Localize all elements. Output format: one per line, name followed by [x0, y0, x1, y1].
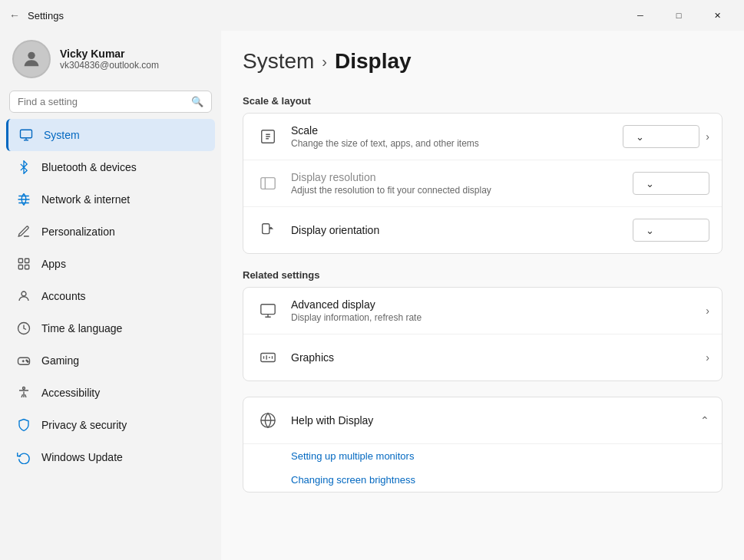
search-icon: 🔍	[191, 96, 203, 107]
breadcrumb-separator: ›	[322, 53, 327, 71]
graphics-right: ›	[706, 351, 709, 364]
sidebar-item-network[interactable]: Network & internet	[6, 183, 215, 216]
help-display-header[interactable]: Help with Display ⌃	[243, 397, 722, 444]
app-body: Vicky Kumar vk304836@outlook.com 🔍 Syste…	[0, 31, 744, 560]
title-bar-left: ← Settings	[9, 9, 64, 21]
sidebar-item-label-bluetooth: Bluetooth & devices	[41, 161, 137, 173]
accounts-icon	[15, 288, 32, 305]
graphics-text: Graphics	[291, 351, 695, 364]
resolution-dropdown[interactable]: ⌄	[633, 172, 709, 195]
orientation-item[interactable]: Display orientation ⌄	[243, 207, 722, 253]
update-icon	[15, 449, 32, 466]
svg-rect-1	[21, 130, 32, 138]
svg-rect-7	[25, 265, 29, 269]
apps-icon	[15, 255, 32, 272]
scale-layout-group: Scale Change the size of text, apps, and…	[243, 113, 723, 254]
resolution-item[interactable]: Display resolution Adjust the resolution…	[243, 160, 722, 207]
help-display-group: Help with Display ⌃ Setting up multiple …	[243, 397, 723, 492]
sidebar-item-label-privacy: Privacy & security	[41, 419, 127, 431]
graphics-item[interactable]: Graphics ›	[243, 334, 722, 380]
sidebar-item-gaming[interactable]: Gaming	[6, 344, 215, 377]
time-icon	[15, 320, 32, 337]
help-link-brightness[interactable]: Changing screen brightness	[243, 468, 722, 492]
help-link-monitors[interactable]: Setting up multiple monitors	[243, 444, 722, 468]
scale-right: ⌄ ›	[623, 125, 709, 148]
sidebar-item-label-accounts: Accounts	[41, 290, 86, 302]
sidebar-item-label-update: Windows Update	[41, 451, 123, 463]
resolution-icon	[256, 171, 280, 196]
personalization-icon	[15, 223, 32, 240]
sidebar-item-personalization[interactable]: Personalization	[6, 216, 215, 248]
related-settings-group: Advanced display Display information, re…	[243, 287, 723, 381]
sidebar-item-privacy[interactable]: Privacy & security	[6, 409, 215, 441]
advanced-display-right: ›	[706, 305, 709, 317]
scale-dropdown[interactable]: ⌄	[623, 125, 699, 148]
scale-item[interactable]: Scale Change the size of text, apps, and…	[243, 114, 722, 160]
related-settings-label: Related settings	[243, 269, 723, 281]
orientation-dropdown[interactable]: ⌄	[633, 219, 709, 242]
app-title: Settings	[28, 10, 64, 21]
breadcrumb-parent: System	[243, 49, 314, 74]
maximize-button[interactable]: □	[661, 3, 696, 28]
svg-rect-5	[25, 259, 29, 262]
orientation-text: Display orientation	[291, 224, 622, 236]
orientation-title: Display orientation	[291, 224, 622, 236]
sidebar-item-update[interactable]: Windows Update	[6, 441, 215, 473]
user-email: vk304836@outlook.com	[60, 60, 159, 71]
scale-desc: Change the size of text, apps, and other…	[291, 138, 612, 149]
svg-rect-24	[261, 354, 275, 362]
scale-text: Scale Change the size of text, apps, and…	[291, 124, 612, 149]
svg-rect-19	[263, 224, 269, 234]
svg-point-15	[23, 387, 25, 390]
help-display-chevron-up: ⌃	[700, 414, 709, 427]
user-info: Vicky Kumar vk304836@outlook.com	[60, 48, 159, 71]
orientation-right: ⌄	[633, 219, 709, 242]
user-profile[interactable]: Vicky Kumar vk304836@outlook.com	[6, 31, 215, 91]
advanced-display-chevron: ›	[706, 305, 709, 317]
svg-point-0	[28, 52, 35, 59]
search-input[interactable]	[18, 96, 185, 107]
user-name: Vicky Kumar	[60, 48, 159, 60]
sidebar-item-accounts[interactable]: Accounts	[6, 280, 215, 312]
sidebar-item-label-apps: Apps	[41, 258, 66, 270]
advanced-display-desc: Display information, refresh rate	[291, 312, 695, 323]
resolution-text: Display resolution Adjust the resolution…	[291, 171, 622, 196]
orientation-chevron-down: ⌄	[646, 225, 654, 236]
svg-rect-6	[18, 265, 22, 269]
breadcrumb-current: Display	[335, 49, 412, 74]
network-icon	[15, 191, 32, 208]
sidebar-item-system[interactable]: System	[6, 119, 215, 151]
window-controls: ─ □ ✕	[623, 3, 735, 28]
help-display-icon	[256, 408, 280, 433]
privacy-icon	[15, 417, 32, 433]
help-display-text: Help with Display	[291, 414, 689, 427]
resolution-desc: Adjust the resolution to fit your connec…	[291, 185, 622, 196]
scale-layout-label: Scale & layout	[243, 95, 723, 107]
avatar	[12, 40, 51, 78]
sidebar-item-label-network: Network & internet	[41, 193, 130, 206]
sidebar-item-time[interactable]: Time & language	[6, 312, 215, 344]
sidebar-item-label-personalization: Personalization	[41, 226, 115, 238]
close-button[interactable]: ✕	[699, 3, 735, 28]
help-display-title: Help with Display	[291, 414, 689, 427]
sidebar-item-accessibility[interactable]: Accessibility	[6, 377, 215, 409]
svg-point-14	[28, 361, 29, 363]
svg-rect-17	[261, 178, 275, 189]
search-box[interactable]: 🔍	[9, 91, 212, 113]
graphics-chevron: ›	[706, 351, 709, 364]
sidebar-item-apps[interactable]: Apps	[6, 248, 215, 280]
sidebar: Vicky Kumar vk304836@outlook.com 🔍 Syste…	[0, 31, 221, 560]
back-icon[interactable]: ←	[9, 9, 20, 21]
advanced-display-text: Advanced display Display information, re…	[291, 298, 695, 323]
orientation-icon	[256, 218, 280, 242]
sidebar-item-label-time: Time & language	[41, 322, 122, 334]
nav-list: System Bluetooth & devices Network & int…	[6, 119, 215, 473]
advanced-display-item[interactable]: Advanced display Display information, re…	[243, 288, 722, 334]
scale-chevron-down: ⌄	[636, 131, 644, 143]
sidebar-item-bluetooth[interactable]: Bluetooth & devices	[6, 151, 215, 183]
graphics-icon	[256, 345, 280, 370]
accessibility-icon	[15, 384, 32, 401]
minimize-button[interactable]: ─	[623, 3, 658, 28]
gaming-icon	[15, 352, 32, 369]
svg-point-8	[21, 292, 26, 296]
